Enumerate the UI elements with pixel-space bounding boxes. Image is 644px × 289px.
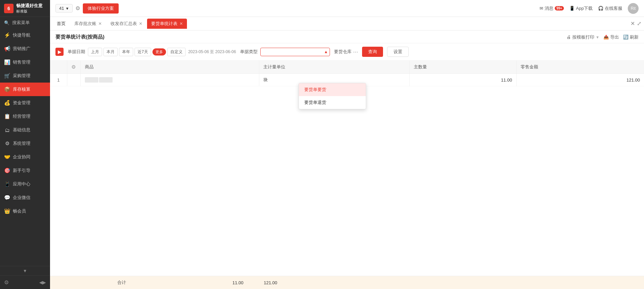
appstore-icon: 📱	[4, 181, 10, 187]
data-table: ⚙ 商品 主计量单位 主数量 零售金额	[50, 61, 644, 86]
sidebar-nav: ⚡ 快捷导航 📢 营销推广 📊 销售管理 🛒 采购管理 📦 库存核算 💰 资金管…	[0, 28, 50, 266]
search-icon: 🔍	[4, 20, 9, 25]
sidebar-scroll-down[interactable]: ▼	[0, 266, 50, 275]
tab-order-stat[interactable]: 要货单统计表 ✕	[147, 19, 187, 29]
header-left: 41 ▼ ⚙ 体验行业方案	[55, 3, 119, 14]
dropdown-item-order[interactable]: 要货单要货	[299, 83, 366, 96]
product-tag-2	[99, 77, 113, 83]
sidebar-item-member[interactable]: 👑 畅会员	[0, 204, 50, 218]
tab-bar-actions: ✕ ⤢	[630, 20, 641, 27]
sidebar-item-purchase[interactable]: 🛒 采购管理	[0, 69, 50, 83]
header-right: ✉ 消息 99+ 📱 App下载 🎧 在线客服 Rit	[540, 3, 639, 14]
print-button[interactable]: 🖨 按模板打印 ▼	[567, 34, 599, 40]
date-custom[interactable]: 自定义	[167, 48, 186, 56]
tab-close-order-stat[interactable]: ✕	[180, 21, 183, 26]
company-selector[interactable]: 41 ▼	[55, 4, 73, 13]
operation-icon: 📋	[4, 113, 10, 119]
tab-home[interactable]: 首页	[53, 19, 70, 29]
cell-amount: 121.00	[516, 74, 644, 86]
table-settings-icon[interactable]: ⚙	[71, 64, 76, 70]
chevron-down-icon: ▼	[65, 6, 69, 10]
tab-batch-account[interactable]: 库存批次账 ✕	[70, 19, 106, 29]
date-curr-month[interactable]: 本月	[103, 48, 118, 56]
print-expand-icon[interactable]: ▼	[596, 35, 599, 39]
query-button[interactable]: 查询	[362, 47, 383, 57]
tab-shipreceive[interactable]: 收发存汇总表 ✕	[106, 19, 146, 29]
export-icon: 📤	[603, 35, 609, 40]
system-icon: ⚙	[4, 140, 10, 147]
tab-close-all-icon[interactable]: ✕	[630, 20, 635, 27]
page-content: 要货单统计表(按商品) 🖨 按模板打印 ▼ 📤 导出 🔄 刷新 ▶	[50, 30, 644, 289]
export-button[interactable]: 📤 导出	[603, 34, 619, 40]
date-quick-buttons: 上月 本月 本年 近7天 更多 自定义	[88, 48, 186, 56]
finance-icon: 💰	[4, 100, 10, 106]
tab-expand-icon[interactable]: ⤢	[637, 20, 641, 27]
quick-nav-icon: ⚡	[4, 32, 10, 38]
cell-qty: 11.00	[409, 74, 516, 86]
sidebar-item-system[interactable]: ⚙ 系统管理	[0, 137, 50, 150]
date-prev-month[interactable]: 上月	[88, 48, 102, 56]
page-title-bar: 要货单统计表(按商品) 🖨 按模板打印 ▼ 📤 导出 🔄 刷新	[50, 30, 644, 43]
type-dropdown: 要货单要货 要货单退货	[299, 83, 366, 109]
message-icon: ✉	[540, 6, 543, 11]
wechat-icon: 💬	[4, 195, 10, 201]
message-button[interactable]: ✉ 消息 99+	[540, 5, 564, 12]
tab-close-batch[interactable]: ✕	[98, 21, 102, 26]
type-select-wrapper: ▲	[260, 48, 330, 56]
col-qty: 主数量	[409, 61, 516, 74]
user-avatar[interactable]: Rit	[628, 3, 639, 14]
purchase-icon: 🛒	[4, 73, 10, 79]
collapse-icon[interactable]: ◀▶	[39, 280, 46, 285]
refresh-button[interactable]: 🔄 刷新	[623, 34, 639, 40]
sidebar-item-sales[interactable]: 📊 销售管理	[0, 55, 50, 69]
date-filter-group: 单据日期 上月 本月 本年 近7天 更多 自定义 2023-05-06 至 20…	[68, 48, 236, 56]
date-curr-year[interactable]: 本年	[119, 48, 133, 56]
col-settings: ⚙	[67, 61, 80, 74]
settings-button[interactable]: 设置	[387, 47, 409, 57]
footer-total-amount: 121.00	[243, 280, 277, 285]
top-header: 41 ▼ ⚙ 体验行业方案 ✉ 消息 99+ 📱 App下载 🎧 在线客服 Ri…	[50, 0, 644, 17]
product-tag-1	[85, 77, 98, 83]
tab-bar: 首页 库存批次账 ✕ 收发存汇总表 ✕ 要货单统计表 ✕ ✕ ⤢	[50, 17, 644, 30]
title-actions: 🖨 按模板打印 ▼ 📤 导出 🔄 刷新	[567, 34, 639, 40]
sidebar-item-finance[interactable]: 💰 资金管理	[0, 96, 50, 110]
coop-icon: 🤝	[4, 154, 10, 160]
inventory-icon: 📦	[4, 86, 10, 92]
app-logo-icon: 6	[4, 4, 14, 13]
settings-footer-icon[interactable]: ⚙	[4, 279, 9, 286]
online-service-button[interactable]: 🎧 在线客服	[598, 5, 622, 12]
sidebar-item-wechat[interactable]: 💬 企业微信	[0, 191, 50, 204]
sidebar-item-coop[interactable]: 🤝 企业协同	[0, 150, 50, 164]
col-rownum	[50, 61, 67, 74]
sidebar-search[interactable]: 🔍 搜索菜单	[0, 17, 50, 28]
col-product: 商品	[80, 61, 259, 74]
gear-icon[interactable]: ⚙	[75, 5, 80, 12]
dropdown-item-return[interactable]: 要货单退货	[299, 96, 366, 109]
date-more-btn[interactable]: 更多	[152, 48, 166, 55]
cell-settings	[67, 74, 80, 86]
sidebar-logo: 6 畅捷通好生意 标准版	[0, 0, 50, 17]
type-select-input[interactable]	[260, 48, 330, 56]
sidebar-item-basic[interactable]: 🗂 基础信息	[0, 123, 50, 137]
sidebar-item-marketing[interactable]: 📢 营销推广	[0, 42, 50, 55]
filter-bar: ▶ 单据日期 上月 本月 本年 近7天 更多 自定义 2023-05-06 至 …	[50, 43, 644, 61]
app-download-button[interactable]: 📱 App下载	[569, 5, 593, 12]
sidebar-item-quick-nav[interactable]: ⚡ 快捷导航	[0, 28, 50, 42]
sidebar-item-appstore[interactable]: 📱 应用中心	[0, 177, 50, 191]
type-filter-group: 单据类型 ▲	[240, 48, 330, 56]
sales-icon: 📊	[4, 59, 10, 65]
warehouse-more-btn[interactable]: ···	[353, 49, 358, 55]
guide-icon: 🎯	[4, 168, 10, 174]
date-7days[interactable]: 近7天	[135, 48, 151, 56]
warehouse-filter-group: 要货仓库 ···	[334, 49, 358, 55]
trial-button[interactable]: 体验行业方案	[83, 3, 119, 14]
refresh-icon: 🔄	[623, 35, 628, 40]
member-icon: 👑	[4, 208, 10, 214]
type-filter-label: 单据类型	[240, 49, 258, 55]
tab-close-shipreceive[interactable]: ✕	[139, 21, 142, 26]
filter-expand-button[interactable]: ▶	[55, 48, 64, 56]
sidebar-item-guide[interactable]: 🎯 新手引导	[0, 164, 50, 177]
sidebar-item-operation[interactable]: 📋 经营管理	[0, 110, 50, 123]
sidebar-item-inventory[interactable]: 📦 库存核算	[0, 83, 50, 96]
headset-icon: 🎧	[598, 6, 603, 11]
